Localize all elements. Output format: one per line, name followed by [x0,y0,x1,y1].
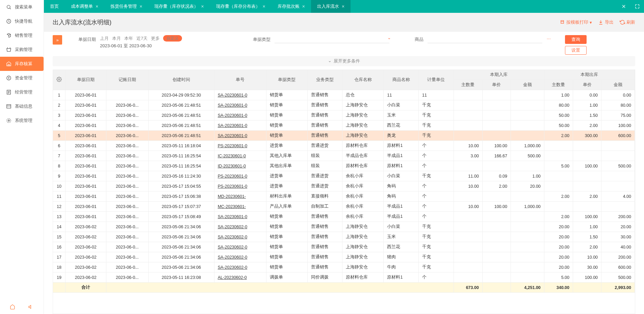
tab-label: 出入库流水 [317,3,339,9]
tab[interactable]: 现存量（库存状况表）× [148,0,210,13]
table-row[interactable]: 82023-06-012023-06-0...2023-05-11 16:25:… [53,161,635,171]
col-postdate[interactable]: 记账日期 [106,70,149,90]
doc-link[interactable]: SA-20230601-0 [218,123,248,128]
col-doctype[interactable]: 单据类型 [266,70,307,90]
col-unit[interactable]: 计量单位 [419,70,454,90]
col-in-price[interactable]: 单价 [482,80,511,90]
col-warehouse[interactable]: 仓库名称 [342,70,384,90]
table-row[interactable]: 162023-06-022023-06-0...2023-05-06 21:34… [53,242,635,252]
table-row[interactable]: 102023-06-012023-06-0...2023-05-17 15:04… [53,181,635,191]
close-icon[interactable]: × [96,4,98,9]
sidebar-item-sales[interactable]: 销售管理 [0,28,44,43]
table-row[interactable]: 72023-06-012023-06-0...2023-05-11 16:25:… [53,151,635,161]
home-icon[interactable] [10,304,15,311]
doc-link[interactable]: ID-20230601-0 [218,164,246,168]
table-row[interactable]: 132023-06-012023-06-0...2023-05-17 15:08… [53,212,635,222]
expand-filters-button[interactable]: ⌄ 展开更多条件 [53,56,635,66]
table-row[interactable]: 122023-06-012023-06-0...2023-05-17 15:07… [53,202,635,212]
col-docno[interactable]: 单号 [214,70,266,90]
sidebar-item-business[interactable]: 经营管理 [0,85,44,99]
doc-link[interactable]: SA-20230602-0 [218,245,248,250]
table-row[interactable]: 32023-06-012023-06-0...2023-05-06 21:48:… [53,110,635,121]
date-custom-pill[interactable]: 自定义 [163,35,182,42]
col-biztype[interactable]: 业务类型 [307,70,342,90]
sidebar-item-search[interactable]: 搜索菜单 [0,0,44,14]
sidebar-item-nav[interactable]: 快捷导航 [0,14,44,28]
doc-link[interactable]: SA-20230601-0 [218,93,248,98]
col-in-qty[interactable]: 主数量 [454,80,482,90]
col-out-qty[interactable]: 主数量 [544,80,573,90]
doc-link[interactable]: IC-20230601-0 [218,154,246,158]
sidebar-item-label: 库存核算 [15,61,32,67]
table-row[interactable]: 92023-06-012023-06-0...2023-05-16 11:24:… [53,171,635,181]
col-docdate[interactable]: 单据日期 [66,70,106,90]
date-shortcut[interactable]: 近7天 [136,35,148,42]
doc-link[interactable]: SA-20230601-0 [218,113,248,118]
tab[interactable]: 首页 [44,0,65,13]
sidebar-item-system[interactable]: 系统管理 [0,113,44,128]
table-row[interactable]: 192023-06-022023-06-0...2023-05-11 16:23… [53,272,635,283]
doc-link[interactable]: SA-20230602-0 [218,225,248,229]
close-icon[interactable]: × [201,4,204,9]
doc-link[interactable]: PS-20230601-0 [218,184,248,189]
doc-link[interactable]: SA-20230601-0 [218,133,248,138]
col-out-amt[interactable]: 金额 [601,80,635,90]
fullscreen-button[interactable] [630,0,644,13]
col-out-price[interactable]: 单价 [573,80,601,90]
tab[interactable]: 拣货任务管理× [104,0,148,13]
sidebar-item-purchase[interactable]: 采购管理 [0,43,44,57]
doc-link[interactable]: MD-20230601- [218,194,246,199]
table-row[interactable]: 62023-06-012023-06-0...2023-05-11 16:18:… [53,141,635,151]
date-shortcut[interactable]: 本年 [124,35,133,42]
speaker-icon[interactable] [28,304,34,311]
table-row[interactable]: 112023-06-012023-06-0...2023-05-17 15:06… [53,191,635,202]
doc-link[interactable]: SA-20230601-0 [218,103,248,108]
tab-label: 现存量（库存状况表） [154,3,198,9]
sidebar-item-inventory[interactable]: 库存核算 [0,57,44,71]
date-shortcut[interactable]: 本月 [112,35,121,42]
date-shortcut[interactable]: 上月 [100,35,109,42]
doc-link[interactable]: PS-20230601-0 [218,174,248,179]
close-icon[interactable]: × [342,4,344,9]
tab[interactable]: 成本调整单× [65,0,104,13]
date-shortcut[interactable]: 更多 [151,35,160,42]
settings-button[interactable]: 设置 [565,46,587,55]
doc-link[interactable]: SA-20230602-0 [218,265,248,270]
table-row[interactable]: 52023-06-012023-06-0...2023-05-06 21:48:… [53,131,635,141]
print-button[interactable]: 按模板打印 ▾ [560,19,592,25]
tab[interactable]: 现存量（库存分布表）× [210,0,272,13]
table-row[interactable]: 42023-06-012023-06-0...2023-05-06 21:48:… [53,121,635,131]
tab[interactable]: 库存批次账× [272,0,311,13]
table-row[interactable]: 12023-06-012023-04-29 09:52:30SA-2023060… [53,90,635,100]
table-row[interactable]: 142023-06-022023-06-0...2023-05-06 21:34… [53,222,635,232]
export-button[interactable]: 导出 [598,19,614,25]
svg-rect-8 [561,22,564,23]
col-product[interactable]: 商品名称 [384,70,419,90]
sidebar-item-base[interactable]: 基础信息 [0,99,44,113]
col-createtime[interactable]: 创建时间 [149,70,214,90]
doc-link[interactable]: PS-20230601-0 [218,143,248,148]
refresh-button[interactable]: 刷新 [620,19,635,25]
close-icon[interactable]: × [139,4,142,9]
collapse-filters-button[interactable]: » [53,35,62,45]
table-row[interactable]: 152023-06-022023-06-0...2023-05-06 21:34… [53,232,635,242]
doctype-select[interactable] [275,35,389,43]
gear-column-header[interactable] [53,70,66,90]
table-row[interactable]: 22023-06-012023-06-0...2023-05-06 21:48:… [53,100,635,110]
close-icon[interactable]: × [263,4,265,9]
sidebar-item-funds[interactable]: 资金管理 [0,71,44,85]
tab[interactable]: 出入库流水× [311,0,351,13]
product-input[interactable] [428,35,542,43]
close-icon[interactable]: × [302,4,305,9]
table-row[interactable]: 182023-06-022023-06-0...2023-05-06 21:34… [53,262,635,272]
query-button[interactable]: 查询 [565,35,587,44]
close-all-tabs-button[interactable] [617,0,630,13]
table-row[interactable]: 172023-06-022023-06-0...2023-05-06 21:34… [53,252,635,262]
doc-link[interactable]: SA-20230602-0 [218,235,248,239]
col-in-amt[interactable]: 金额 [511,80,544,90]
doc-link[interactable]: MC-20230601- [218,204,246,209]
doc-link[interactable]: SA-20230602-0 [218,255,248,260]
more-icon[interactable]: … [546,35,551,40]
doc-link[interactable]: SA-20230601-0 [218,214,248,219]
doc-link[interactable]: AL-20230602-0 [218,275,247,280]
